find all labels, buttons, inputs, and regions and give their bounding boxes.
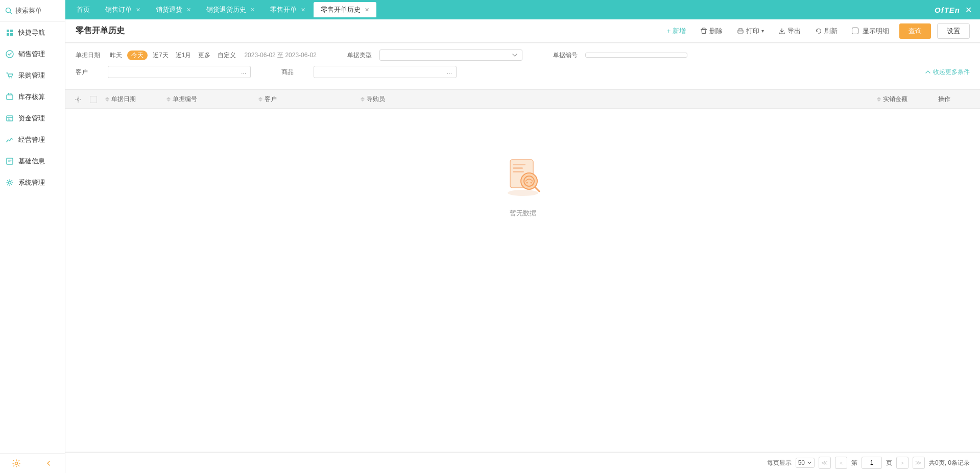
toolbar: + 新增 删除 打印 ▾ 导出 刷新	[663, 23, 970, 39]
number-filter-input[interactable]	[585, 53, 687, 58]
col-guide: 导购员	[356, 95, 418, 104]
display-detail-checkbox[interactable]	[852, 28, 858, 34]
svg-point-9	[15, 462, 17, 465]
settings-button[interactable]: 设置	[937, 23, 970, 39]
per-page-label: 每页显示	[767, 459, 792, 467]
product-dots[interactable]: ...	[447, 68, 452, 76]
export-button[interactable]: 导出	[774, 24, 805, 38]
inventory-icon	[5, 92, 14, 102]
refresh-button[interactable]: 刷新	[811, 24, 842, 38]
col-checkbox[interactable]	[86, 96, 101, 103]
product-filter-label: 商品	[281, 68, 309, 77]
sidebar-item-inventory[interactable]: 库存核算	[0, 86, 65, 108]
page-suffix: 页	[886, 459, 892, 467]
first-page-btn[interactable]: ≪	[819, 457, 831, 469]
svg-rect-12	[739, 32, 742, 32]
svg-point-4	[11, 78, 12, 79]
sidebar-item-finance[interactable]: 资金管理	[0, 108, 65, 129]
brand-text: OfTEn	[935, 6, 960, 14]
bottom-settings-btn[interactable]	[0, 454, 33, 473]
sidebar-bottom	[0, 453, 65, 473]
tab-close-icon[interactable]: ✕	[365, 7, 369, 13]
refresh-icon	[815, 28, 822, 35]
tab-retail-open-history[interactable]: 零售开单历史 ✕	[314, 2, 376, 17]
date-more-btn[interactable]: 更多	[196, 51, 212, 60]
date-quick-btns: 昨天 今天 近7天 近1月 更多 自定义	[108, 51, 238, 60]
col-customer: 客户	[254, 95, 356, 104]
sort-customer-icon[interactable]	[258, 97, 262, 102]
col-settings[interactable]	[70, 95, 86, 104]
collapse-icon	[925, 69, 931, 75]
type-filter: 单据类型	[347, 49, 522, 61]
last-page-btn[interactable]: ≫	[913, 457, 925, 469]
tab-home[interactable]: 首页	[69, 2, 97, 17]
next-page-btn[interactable]: ＞	[896, 457, 909, 469]
col-number: 单据编号	[162, 95, 254, 104]
window-close-btn[interactable]: ✕	[965, 5, 972, 15]
sidebar-item-label: 快捷导航	[18, 28, 45, 37]
add-button[interactable]: + 新增	[663, 24, 690, 38]
tab-sales-return-history[interactable]: 销货退货历史 ✕	[199, 2, 262, 17]
delete-button[interactable]: 删除	[696, 24, 727, 38]
dropdown-icon	[512, 52, 518, 58]
page-size-select[interactable]: 50	[796, 458, 815, 468]
collapse-btn[interactable]: 收起更多条件	[925, 68, 970, 77]
date-yesterday-btn[interactable]: 昨天	[108, 51, 124, 60]
empty-state: 暂无数据	[65, 109, 980, 259]
sidebar-search[interactable]: 搜索菜单	[0, 0, 65, 22]
number-filter-label: 单据编号	[553, 51, 581, 60]
svg-line-1	[10, 12, 12, 14]
svg-point-13	[77, 98, 79, 101]
svg-rect-5	[7, 95, 13, 99]
search-icon	[5, 7, 12, 14]
product-filter-input[interactable]: ...	[314, 66, 457, 78]
table-settings-icon[interactable]	[75, 95, 82, 104]
sidebar-item-purchase-mgmt[interactable]: 采购管理	[0, 65, 65, 86]
total-label: 共0页, 0条记录	[929, 459, 970, 467]
date-custom-btn[interactable]: 自定义	[216, 51, 238, 60]
pagination: 每页显示 50 ≪ ＜ 第 页 ＞ ≫ 共0页, 0条记录	[65, 452, 980, 473]
sidebar: 搜索菜单 快捷导航 销售管理 采购管理 库存核算 资金管理 经营管理	[0, 0, 65, 473]
tab-close-icon[interactable]: ✕	[186, 7, 191, 13]
svg-line-21	[535, 187, 539, 191]
svg-point-23	[530, 182, 532, 184]
tab-sales-order[interactable]: 销售订单 ✕	[98, 2, 148, 17]
sidebar-item-operations[interactable]: 经营管理	[0, 129, 65, 151]
customer-dots[interactable]: ...	[241, 68, 246, 76]
customer-filter-input[interactable]: ...	[108, 66, 251, 78]
sort-number-icon[interactable]	[166, 97, 171, 102]
date-month-btn[interactable]: 近1月	[174, 51, 194, 60]
sort-guide-icon[interactable]	[361, 97, 365, 102]
tab-retail-open[interactable]: 零售开单 ✕	[263, 2, 313, 17]
sidebar-item-label: 销售管理	[18, 49, 45, 59]
tab-close-icon[interactable]: ✕	[301, 7, 305, 13]
date-today-btn[interactable]: 今天	[127, 51, 148, 60]
page-input[interactable]	[862, 457, 882, 469]
sidebar-item-system[interactable]: 系统管理	[0, 172, 65, 193]
date-filter: 单据日期 昨天 今天 近7天 近1月 更多 自定义 2023-06-02 至 2…	[76, 51, 317, 60]
sidebar-item-sales-mgmt[interactable]: 销售管理	[0, 43, 65, 65]
product-filter: 商品 ...	[281, 66, 457, 78]
quick-nav-icon	[5, 28, 14, 37]
print-button[interactable]: 打印 ▾	[733, 24, 768, 38]
sidebar-item-quick-nav[interactable]: 快捷导航	[0, 22, 65, 43]
sidebar-item-basic-info[interactable]: 基础信息	[0, 151, 65, 172]
bottom-collapse-btn[interactable]	[33, 454, 65, 473]
customer-filter: 客户 ...	[76, 66, 251, 78]
sidebar-search-label: 搜索菜单	[15, 6, 42, 15]
type-filter-label: 单据类型	[347, 51, 375, 60]
tab-close-icon[interactable]: ✕	[250, 7, 255, 13]
type-filter-select[interactable]	[379, 49, 522, 61]
sort-date-icon[interactable]	[105, 97, 109, 102]
query-button[interactable]: 查询	[899, 23, 931, 39]
print-dropdown-icon[interactable]: ▾	[761, 28, 764, 34]
tab-sales-return[interactable]: 销货退货 ✕	[149, 2, 198, 17]
display-detail-button[interactable]: 显示明细	[848, 24, 893, 38]
svg-rect-16	[513, 164, 525, 165]
prev-page-btn[interactable]: ＜	[835, 457, 847, 469]
date-7days-btn[interactable]: 近7天	[151, 51, 171, 60]
tab-close-icon[interactable]: ✕	[136, 7, 140, 13]
header-checkbox[interactable]	[90, 96, 97, 103]
sort-amount-icon[interactable]	[877, 97, 881, 102]
date-range-display: 2023-06-02 至 2023-06-02	[244, 51, 316, 60]
